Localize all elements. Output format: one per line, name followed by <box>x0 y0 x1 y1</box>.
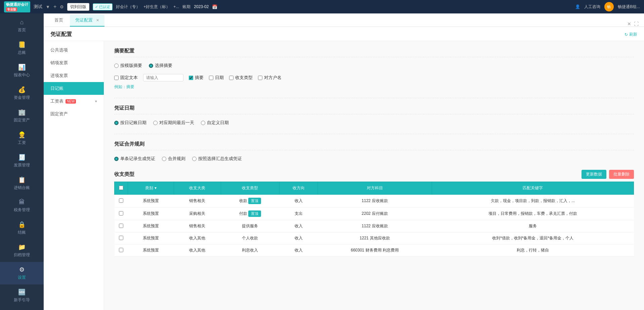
page-header: 凭证配置 ↻ 刷新 <box>44 27 644 41</box>
sidebar-item-archive[interactable]: 📁 归档管理 <box>0 239 44 262</box>
sidebar-item-general-ledger[interactable]: 📒 总账 <box>0 37 44 60</box>
checkbox-fixed-text[interactable]: 固定文本 <box>114 75 138 81</box>
table-row: 系统预置 采购相关 付款 置顶 支出 2202 应付账款 项目，日常费用，报销款… <box>115 207 634 220</box>
top-tag-1[interactable]: 置顶 <box>248 210 261 217</box>
menu-item-journal[interactable]: 日记账 <box>44 82 104 95</box>
table-row: 系统预置 销售相关 收款 置顶 收入 1122 应收账款 欠款，现金，项目款，到… <box>115 195 634 207</box>
dropdown-arrow-icon[interactable]: ▼ <box>46 4 50 9</box>
period-label: 账期 <box>182 4 190 10</box>
row-type-4: 利息收入 <box>221 244 279 257</box>
row-checkbox-0[interactable] <box>115 195 128 207</box>
row-checkbox-3[interactable] <box>115 232 128 244</box>
menu-item-payroll[interactable]: 工资表 NEW ▾ <box>44 95 104 108</box>
sidebar-item-purchase[interactable]: 📋 进销台账 <box>0 172 44 195</box>
sidebar-item-home[interactable]: ⌂ 首页 <box>0 15 44 37</box>
radio-template-summary[interactable]: 按模版摘要 <box>114 63 142 69</box>
salary-icon: 👷 <box>18 131 26 139</box>
radio-merge-rules[interactable]: 合并规则 <box>162 156 185 162</box>
radio-custom-date[interactable]: 自定义日期 <box>201 120 229 126</box>
batch-delete-button[interactable]: 批量删除 <box>609 170 634 179</box>
menu-item-fixed-assets[interactable]: 固定资产 <box>44 108 104 120</box>
col-keywords: 匹配关键字 <box>432 182 634 195</box>
sidebar-label-reports: 报表中心 <box>14 72 30 78</box>
period-value[interactable]: 2023-02 <box>194 4 209 9</box>
row-checkbox-2[interactable] <box>115 220 128 232</box>
user-name[interactable]: 畅捷通B组... <box>618 4 640 10</box>
row-major-3: 收入其他 <box>174 232 221 244</box>
main-content: 摘要配置 按模版摘要 选择摘要 <box>104 41 644 310</box>
top-tag-0[interactable]: 置顶 <box>248 198 261 204</box>
select-all-checkbox[interactable] <box>119 186 123 190</box>
certified-tag: ✓ 已认证 <box>93 3 113 10</box>
sidebar-label-archive: 归档管理 <box>14 252 30 258</box>
maximize-icon[interactable]: ⛶ <box>634 21 639 27</box>
sidebar-item-assets[interactable]: 🏢 固定资产 <box>0 105 44 127</box>
row-keywords-0: 欠款，现金，项目款，到款，报销款，汇入，... <box>432 195 634 207</box>
tab-home[interactable]: 首页 <box>49 14 69 27</box>
avatar[interactable]: 畅 <box>604 2 614 11</box>
radio-journal-date[interactable]: 按日记账日期 <box>114 120 146 126</box>
row-keywords-4: 利息，行转，猪自 <box>432 244 634 257</box>
row-category-1: 系统预置 <box>128 207 174 220</box>
sidebar-label-purchase: 进销台账 <box>14 185 30 191</box>
row-direction-0: 收入 <box>280 195 318 207</box>
sidebar-item-guide[interactable]: 🆕 新手引导 <box>0 284 44 307</box>
minimize-icon[interactable]: ✕ <box>627 21 631 27</box>
summary-section: 摘要配置 按模版摘要 选择摘要 <box>114 48 634 90</box>
menu-item-sales-invoice[interactable]: 销项发票 <box>44 56 104 69</box>
guide-icon: 🆕 <box>18 288 26 296</box>
good-business-tag: +好生意（标） <box>143 4 170 10</box>
col-direction: 收方向 <box>280 182 318 195</box>
row-checkbox-4[interactable] <box>115 244 128 257</box>
refresh-button[interactable]: ↻ 刷新 <box>625 32 637 37</box>
sidebar-item-funds[interactable]: 💰 资金管理 <box>0 82 44 105</box>
checkbox-date[interactable]: 日期 <box>209 75 224 81</box>
row-category-3: 系统预置 <box>128 232 174 244</box>
sidebar-item-settings[interactable]: ⚙ 设置 <box>0 262 44 284</box>
checkbox-income-type[interactable]: 收支类型 <box>229 75 253 81</box>
closing-icon: 🔒 <box>18 221 26 228</box>
sidebar-item-reports[interactable]: 📊 报表中心 <box>0 60 44 82</box>
switch-version-button[interactable]: 切到旧版 <box>67 3 89 11</box>
refresh-icon: ↻ <box>625 32 628 37</box>
radio-summary-voucher[interactable]: 按照选择汇总生成凭证 <box>192 156 242 162</box>
left-menu: 公共选项 销项发票 进项发票 日记账 工资表 NEW ▾ 固定资产 <box>44 41 104 310</box>
row-major-1: 采购相关 <box>174 207 221 220</box>
table-actions: 更新数据 批量删除 <box>582 170 634 179</box>
col-account: 对方科目 <box>317 182 432 195</box>
sidebar-label-closing: 结账 <box>18 230 26 235</box>
checkbox-counterpart[interactable]: 对方户名 <box>258 75 282 81</box>
radio-last-day[interactable]: 对应期间最后一天 <box>153 120 194 126</box>
calendar-icon[interactable]: 📅 <box>212 4 217 9</box>
menu-item-public[interactable]: 公共选项 <box>44 44 104 56</box>
home-icon: ⌂ <box>20 19 24 26</box>
sidebar-item-salary[interactable]: 👷 工资 <box>0 127 44 150</box>
row-direction-1: 支出 <box>280 207 318 220</box>
checkbox-summary[interactable]: 摘要 <box>189 75 204 81</box>
income-type-section: 收支类型 更新数据 批量删除 类别 ▾ <box>114 170 634 257</box>
fixed-text-input[interactable] <box>143 74 183 81</box>
sidebar-item-tax[interactable]: 🏛 税务管理 <box>0 195 44 217</box>
sidebar-item-member[interactable]: ♦ 畅会员 <box>0 307 44 310</box>
sidebar-item-closing[interactable]: 🔒 结账 <box>0 217 44 239</box>
row-account-2: 1122 应收账款 <box>317 220 432 232</box>
update-data-button[interactable]: 更新数据 <box>582 170 606 179</box>
sidebar-label-ledger: 总账 <box>18 50 26 55</box>
ledger-icon: 📒 <box>18 41 26 48</box>
row-account-0: 1122 应收账款 <box>317 195 432 207</box>
menu-item-purchase-invoice[interactable]: 进项发票 <box>44 69 104 82</box>
merge-radio-group: 单条记录生成凭证 合并规则 按照选择汇总生成凭证 <box>114 156 634 162</box>
row-direction-4: 收入 <box>280 244 318 257</box>
archive-icon: 📁 <box>18 243 26 251</box>
row-checkbox-1[interactable] <box>115 207 128 220</box>
radio-single-voucher[interactable]: 单条记录生成凭证 <box>114 156 155 162</box>
add-icon[interactable]: + <box>53 4 56 10</box>
help-label[interactable]: 人工咨询 <box>584 4 600 10</box>
tab-voucher-config[interactable]: 凭证配置 ✕ <box>70 14 104 27</box>
checkbox-row: 固定文本 摘要 日期 收支类型 <box>114 74 634 81</box>
settings-icon[interactable]: ⚙ <box>60 4 64 9</box>
radio-select-summary[interactable]: 选择摘要 <box>149 63 172 69</box>
tab-close-icon[interactable]: ✕ <box>96 18 99 22</box>
sidebar-item-invoice[interactable]: 🧾 发票管理 <box>0 150 44 172</box>
row-keywords-2: 服务 <box>432 220 634 232</box>
